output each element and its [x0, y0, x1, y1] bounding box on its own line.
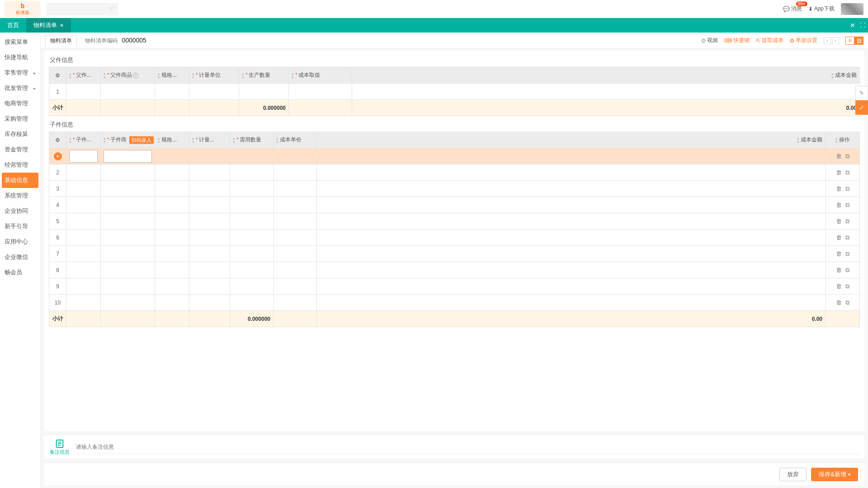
child-code-input[interactable] — [69, 150, 98, 163]
sidebar-item-0[interactable]: 搜索菜单 — [0, 34, 40, 50]
sidebar-item-12[interactable]: 新手引导 — [0, 219, 40, 234]
parent-col-6[interactable]: ▴▾成本金额 — [352, 67, 860, 84]
discard-button[interactable]: 放弃 — [779, 468, 807, 481]
pager-next[interactable]: › — [832, 37, 839, 44]
sort-icon: ▴▾ — [276, 136, 278, 144]
copy-row-icon[interactable]: ⧉ — [845, 185, 849, 192]
gear-icon[interactable]: ⚙ — [49, 132, 66, 148]
help-icon[interactable]: ? — [133, 73, 138, 78]
delete-row-icon[interactable]: 🗑 — [836, 218, 842, 225]
child-col-3[interactable]: ▴▾*计量... — [189, 132, 230, 148]
close-icon[interactable]: ✕ — [60, 23, 64, 28]
copy-row-icon[interactable]: ⧉ — [845, 267, 849, 273]
sidebar-item-6[interactable]: 库存核算 — [0, 127, 40, 142]
delete-row-icon[interactable]: 🗑 — [836, 234, 842, 241]
table-row[interactable]: 8🗑⧉ — [49, 262, 860, 278]
child-col-5[interactable]: ▴▾成本单价 — [274, 132, 317, 148]
remark-input[interactable] — [76, 441, 860, 454]
app-download-button[interactable]: ⬇ App下载 — [808, 5, 835, 13]
sidebar-item-5[interactable]: 采购管理 — [0, 111, 40, 127]
table-row[interactable]: 6🗑⧉ — [49, 230, 860, 246]
parent-col-4[interactable]: ▴▾*生产数量 — [239, 67, 289, 84]
parent-col-5[interactable]: ▴▾*成本取值 — [289, 67, 352, 84]
parent-col-2[interactable]: ▴▾规格... — [155, 67, 189, 84]
chat-icon: 💬 — [783, 6, 790, 12]
chevron-down-icon[interactable]: ▾ — [848, 472, 850, 477]
delete-row-icon[interactable]: 🗑 — [836, 185, 842, 192]
chevron-icon: ▸ — [33, 86, 36, 91]
action-shortcut[interactable]: ⌨快捷键 — [724, 37, 750, 44]
company-selector[interactable]: ﹀ — [46, 3, 118, 15]
child-col-1[interactable]: ▴▾*子件商扫码录入 — [101, 132, 155, 148]
delete-row-icon[interactable]: 🗑 — [836, 153, 842, 160]
sort-icon: ▴▾ — [242, 72, 244, 79]
table-row[interactable]: 9🗑⧉ — [49, 278, 860, 295]
child-col-7[interactable]: ▴▾操作 — [826, 132, 860, 148]
sidebar-item-14[interactable]: 企业微信 — [0, 249, 40, 265]
child-col-0[interactable]: ▴▾*子件... — [66, 132, 101, 148]
table-row[interactable]: 4🗑⧉ — [49, 197, 860, 213]
doc-tab-bom[interactable]: 物料清单 — [45, 35, 77, 47]
tab-home[interactable]: 首页 — [0, 18, 26, 33]
copy-row-icon[interactable]: ⧉ — [845, 299, 849, 306]
table-row[interactable]: 2🗑⧉ — [49, 164, 860, 181]
expand-tool-icon[interactable]: ⤢ — [855, 100, 868, 115]
view-list[interactable]: ≡ — [845, 37, 854, 45]
tab-bom[interactable]: 物料清单 ✕ — [26, 18, 71, 33]
delete-row-icon[interactable]: 🗑 — [836, 299, 842, 306]
copy-row-icon[interactable]: ⧉ — [845, 250, 849, 257]
parent-col-0[interactable]: ▴▾*父件... — [66, 67, 101, 84]
sidebar-item-15[interactable]: 畅会员 — [0, 265, 40, 280]
sidebar-item-8[interactable]: 经营管理 — [0, 157, 40, 173]
action-video[interactable]: ⊙视频 — [701, 37, 718, 44]
tabbar-close-button[interactable]: ✕ — [850, 18, 855, 33]
add-row-button[interactable]: + — [54, 152, 62, 160]
copy-row-icon[interactable]: ⧉ — [845, 218, 849, 225]
table-row[interactable]: 5🗑⧉ — [49, 213, 860, 230]
messages-button[interactable]: 💬 消息 99+ — [783, 5, 802, 13]
sidebar-item-9[interactable]: 基础信息 — [2, 173, 38, 188]
delete-row-icon[interactable]: 🗑 — [836, 202, 842, 208]
child-col-2[interactable]: ▴▾规格... — [155, 132, 189, 148]
fullscreen-icon[interactable]: ⛶ — [860, 18, 865, 33]
action-extract-cost[interactable]: ⇱提取成本 — [756, 37, 783, 44]
sidebar-item-13[interactable]: 应用中心 — [0, 234, 40, 249]
sidebar-item-1[interactable]: 快捷导航 — [0, 50, 40, 65]
child-col-6[interactable]: ▴▾成本金额 — [317, 132, 826, 148]
child-product-input[interactable] — [104, 150, 152, 163]
gear-icon[interactable]: ⚙ — [49, 67, 66, 84]
scan-input-button[interactable]: 扫码录入 — [129, 136, 154, 144]
copy-row-icon[interactable]: ⧉ — [845, 169, 849, 176]
copy-row-icon[interactable]: ⧉ — [845, 153, 849, 160]
table-row[interactable]: 10🗑⧉ — [49, 295, 860, 311]
sidebar-item-3[interactable]: 批发管理▸ — [0, 80, 40, 96]
table-row[interactable]: 7🗑⧉ — [49, 246, 860, 262]
delete-row-icon[interactable]: 🗑 — [836, 250, 842, 257]
copy-row-icon[interactable]: ⧉ — [845, 234, 849, 241]
gear-icon: ✿ — [790, 38, 794, 44]
save-new-button[interactable]: 保存&新增 ▾ — [811, 468, 858, 481]
sidebar-item-10[interactable]: 系统管理 — [0, 188, 40, 203]
table-row[interactable]: +🗑⧉ — [49, 148, 860, 164]
copy-row-icon[interactable]: ⧉ — [845, 202, 849, 208]
table-row[interactable]: 3🗑⧉ — [49, 181, 860, 197]
action-doc-setting[interactable]: ✿单据设置 — [790, 37, 817, 44]
pager-prev[interactable]: ‹ — [824, 37, 831, 44]
sidebar: 搜索菜单快捷导航零售管理▸批发管理▸电商管理采购管理库存核算资金管理经营管理基础… — [0, 33, 41, 488]
user-avatar[interactable] — [841, 3, 863, 15]
parent-col-3[interactable]: ▴▾*计量单位 — [189, 67, 239, 84]
delete-row-icon[interactable]: 🗑 — [836, 267, 842, 273]
delete-row-icon[interactable]: 🗑 — [836, 283, 842, 290]
sort-icon: ▴▾ — [233, 136, 235, 144]
sidebar-item-4[interactable]: 电商管理 — [0, 96, 40, 111]
parent-col-1[interactable]: ▴▾*父件商品? — [101, 67, 155, 84]
table-row[interactable]: 1 — [49, 84, 860, 100]
child-col-4[interactable]: ▴▾*需用数量 — [230, 132, 274, 148]
delete-row-icon[interactable]: 🗑 — [836, 169, 842, 176]
sidebar-item-7[interactable]: 资金管理 — [0, 142, 40, 157]
edit-tool-icon[interactable]: ✎ — [855, 86, 868, 100]
view-form[interactable]: ▤ — [854, 37, 863, 45]
sidebar-item-11[interactable]: 企业协同 — [0, 203, 40, 219]
copy-row-icon[interactable]: ⧉ — [845, 283, 849, 290]
sidebar-item-2[interactable]: 零售管理▸ — [0, 65, 40, 80]
